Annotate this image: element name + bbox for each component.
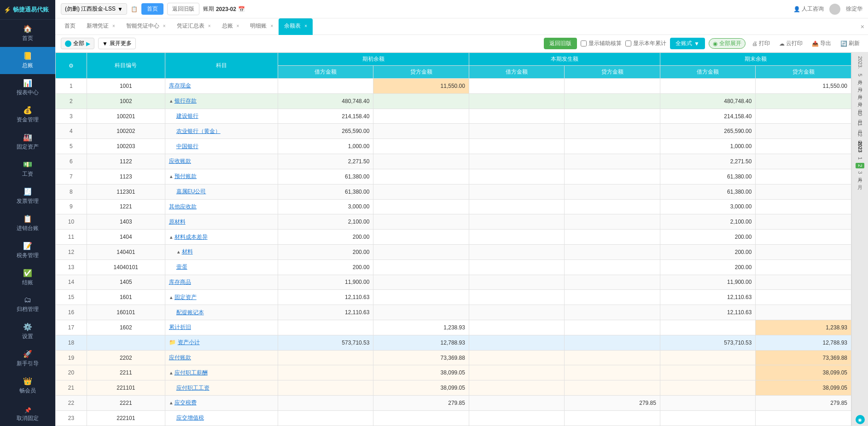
cell-name[interactable]: 中国银行 bbox=[165, 139, 278, 154]
sidebar-item-guide[interactable]: 🚀 新手引导 bbox=[0, 345, 55, 372]
right-panel-month-12[interactable]: 12月 bbox=[856, 129, 864, 138]
cloud-print-button[interactable]: ☁ 云打印 bbox=[776, 38, 805, 49]
name-link[interactable]: 资产小计 bbox=[178, 339, 200, 345]
ytd-checkbox-input[interactable] bbox=[625, 40, 631, 46]
gear-icon[interactable]: ⚙ bbox=[69, 63, 74, 69]
right-panel-month-10[interactable]: 10月 bbox=[856, 109, 864, 118]
cell-name[interactable]: ▲固定资产 bbox=[165, 290, 278, 305]
close-tab-voucher-summary[interactable]: × bbox=[208, 23, 211, 29]
right-panel-month-2[interactable]: 2月 bbox=[856, 163, 864, 168]
sidebar-item-reports[interactable]: 📊 报表中心 bbox=[0, 74, 55, 101]
refresh-button[interactable]: 🔄 刷新 bbox=[838, 38, 862, 49]
sidebar-item-fixed-assets[interactable]: 🏭 固定资产 bbox=[0, 128, 55, 155]
right-panel-year-2023-prev[interactable]: 2023. bbox=[856, 54, 864, 71]
right-panel-month-3[interactable]: 3月 bbox=[856, 169, 864, 176]
cell-name[interactable]: 原材料 bbox=[165, 214, 278, 230]
expand-arrow-icon[interactable]: ▲ bbox=[176, 249, 181, 254]
name-link[interactable]: 建设银行 bbox=[176, 113, 198, 119]
return-old-version-button[interactable]: 返回旧版 bbox=[544, 38, 577, 49]
name-link[interactable]: 应付账款 bbox=[169, 354, 191, 361]
sidebar-item-archive[interactable]: 🗂 归档管理 bbox=[0, 291, 55, 318]
sidebar-item-salary[interactable]: 💵 工资 bbox=[0, 155, 55, 183]
show-aux-checkbox[interactable]: 显示辅助核算 bbox=[581, 40, 622, 47]
sidebar-item-capital[interactable]: 💰 资金管理 bbox=[0, 101, 55, 128]
tab-voucher-summary[interactable]: 凭证汇总表 × bbox=[171, 18, 216, 35]
cell-name[interactable]: ▲银行存款 bbox=[165, 93, 278, 109]
name-link[interactable]: 应交增值税 bbox=[176, 414, 204, 421]
close-tab-ledger[interactable]: × bbox=[237, 23, 239, 29]
expand-arrow-icon[interactable]: ▲ bbox=[169, 174, 174, 179]
name-link[interactable]: 配提账记本 bbox=[176, 309, 204, 316]
name-link[interactable]: 其他应收款 bbox=[169, 203, 197, 210]
expand-arrow-icon[interactable]: ▲ bbox=[169, 295, 174, 300]
switch-old-version-button[interactable]: 返回旧版 bbox=[167, 3, 199, 15]
name-link[interactable]: 银行存款 bbox=[175, 98, 197, 104]
export-button[interactable]: 📤 导出 bbox=[809, 38, 834, 49]
cell-name[interactable]: 累计折旧 bbox=[165, 320, 278, 335]
close-tab-detail-ledger[interactable]: × bbox=[270, 23, 273, 29]
sidebar-item-invoice[interactable]: 🧾 发票管理 bbox=[0, 183, 55, 210]
cell-name[interactable]: 壹蛋 bbox=[165, 259, 278, 275]
expand-arrow-icon[interactable]: ▲ bbox=[169, 400, 174, 405]
name-link[interactable]: 库存现金 bbox=[169, 82, 191, 89]
right-panel-year-2023[interactable]: 2023 bbox=[856, 139, 864, 154]
name-link[interactable]: 应收账款 bbox=[169, 158, 191, 164]
right-panel-month-9[interactable]: 9月 bbox=[856, 101, 864, 108]
tab-ledger[interactable]: 总账 × bbox=[216, 18, 245, 35]
tab-new-voucher[interactable]: 新增凭证 × bbox=[81, 18, 121, 35]
name-link[interactable]: 应付职工薪酬 bbox=[175, 369, 208, 376]
name-link[interactable]: 预付账款 bbox=[175, 173, 197, 179]
name-link[interactable]: 应付职工工资 bbox=[176, 385, 210, 391]
name-link[interactable]: 材料 bbox=[182, 248, 193, 255]
cell-name[interactable]: 其他应收款 bbox=[165, 199, 278, 214]
expand-arrow-icon[interactable]: ▲ bbox=[169, 370, 174, 375]
company-selector[interactable]: (勿删) 江西股金-LSS ▼ bbox=[61, 3, 127, 15]
name-link[interactable]: 原材料 bbox=[169, 219, 186, 225]
sidebar-item-home[interactable]: 🏠 首页 bbox=[0, 20, 55, 47]
sidebar-item-settlement[interactable]: ✅ 结账 bbox=[0, 264, 55, 291]
name-link[interactable]: 库存商品 bbox=[169, 279, 191, 285]
tab-detail-ledger[interactable]: 明细账 × bbox=[245, 18, 279, 35]
sidebar-item-settings[interactable]: ⚙️ 设置 bbox=[0, 318, 55, 345]
close-tab-new-voucher[interactable]: × bbox=[112, 23, 115, 29]
aux-checkbox-input[interactable] bbox=[581, 40, 587, 46]
subject-selector[interactable]: 全部 ▶ bbox=[61, 38, 94, 49]
unpin-button[interactable]: 📌 取消固定 bbox=[0, 403, 55, 426]
cell-name[interactable]: 库存商品 bbox=[165, 275, 278, 290]
customer-service-btn[interactable]: 👤 人工咨询 bbox=[793, 5, 824, 13]
right-panel-month-5[interactable]: 5月 bbox=[856, 72, 864, 78]
copy-icon[interactable]: 📋 bbox=[131, 6, 138, 12]
name-link[interactable]: 应交税费 bbox=[175, 399, 197, 406]
right-panel-bottom-icon[interactable]: ◉ bbox=[856, 415, 865, 424]
name-link[interactable]: 农业银行（黄金） bbox=[176, 128, 221, 134]
expand-arrow-icon[interactable]: ▲ bbox=[169, 98, 174, 104]
cell-name[interactable]: 应付职工工资 bbox=[165, 380, 278, 396]
name-link[interactable]: 嘉属EU公司 bbox=[176, 188, 206, 195]
print-button[interactable]: 🖨 打印 bbox=[749, 38, 773, 49]
work-bench-button[interactable]: 首页 bbox=[141, 3, 163, 15]
cell-name[interactable]: ▲应付职工薪酬 bbox=[165, 365, 278, 380]
name-link[interactable]: 固定资产 bbox=[175, 294, 197, 300]
tab-smart-center[interactable]: 智能凭证中心 × bbox=[121, 18, 171, 35]
show-ytd-checkbox[interactable]: 显示本年累计 bbox=[625, 40, 666, 47]
cell-name[interactable]: 📁资产小计 bbox=[165, 335, 278, 350]
cell-name[interactable]: 农业银行（黄金） bbox=[165, 124, 278, 139]
close-tab-smart-center[interactable]: × bbox=[163, 23, 166, 29]
expand-all-toggle[interactable]: ◉ 全部展开 bbox=[709, 38, 746, 49]
name-link[interactable]: 累计折旧 bbox=[169, 324, 191, 330]
tab-home[interactable]: 首页 bbox=[59, 18, 81, 35]
right-panel-month-8[interactable]: 8月 bbox=[856, 94, 864, 100]
right-panel-month-11[interactable]: 11月 bbox=[856, 119, 864, 128]
cell-name[interactable]: 建设银行 bbox=[165, 109, 278, 124]
right-panel-month-6[interactable]: 6月 bbox=[856, 79, 864, 86]
name-link[interactable]: 壹蛋 bbox=[176, 264, 187, 270]
full-mode-button[interactable]: 全账式 ▼ bbox=[670, 38, 705, 49]
right-panel-month-7[interactable]: 7月 bbox=[856, 86, 864, 93]
tab-balance-sheet[interactable]: 余额表 × bbox=[279, 18, 313, 35]
avatar[interactable] bbox=[829, 4, 840, 15]
expand-more-button[interactable]: ▼ 展开更多 bbox=[98, 38, 136, 49]
cell-name[interactable]: 应付账款 bbox=[165, 350, 278, 365]
sidebar-item-ledger[interactable]: 📒 总账 bbox=[0, 47, 55, 74]
cell-name[interactable]: ▲应交税费 bbox=[165, 396, 278, 411]
expand-arrow-icon[interactable]: ▲ bbox=[169, 235, 174, 240]
